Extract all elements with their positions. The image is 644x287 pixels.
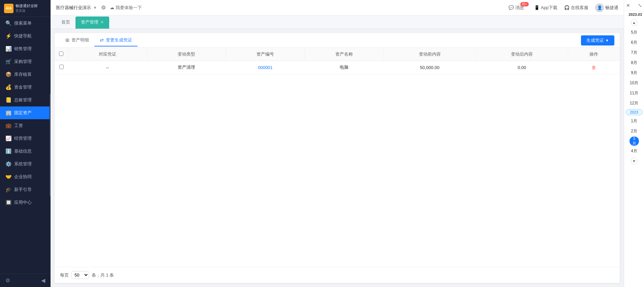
col-asset-code: 资产编号 [226,48,305,61]
panel-close-icon[interactable]: ✕ [626,3,630,8]
pagination: 每页 50 10 20 100 条，共 1 条 [55,267,620,283]
nav-icon: 📦 [5,71,11,77]
user-menu[interactable]: 👤 畅捷通 [595,3,618,12]
table-icon: ⊞ [65,37,69,43]
month-item[interactable]: 6月 [625,38,643,47]
sub-tab-asset-detail[interactable]: ⊞ 资产明细 [60,34,94,46]
per-page-label: 每页 [60,272,69,278]
data-table: 对应凭证 变动类型 资产编号 资产名称 变动前内容 变动后内容 操作 -- 资产… [55,48,620,74]
month-item[interactable]: 11月 [625,88,643,98]
col-before: 变动前内容 [384,48,476,61]
generate-voucher-button[interactable]: 生成凭证 ▼ [581,35,614,45]
sidebar-item-新手引导[interactable]: 🎓新手引导 [0,183,51,196]
main-area: 医疗器械行业演示 ▼ ⚙ ☁ 我要体验一下 💬 消息 99+ 📱 App下载 🎧… [51,0,624,287]
message-button[interactable]: 💬 消息 99+ [509,5,524,11]
nav-icon: 📊 [5,46,11,52]
sub-tab-change-voucher[interactable]: ⇄ 变更生成凭证 [94,34,137,46]
sidebar: AtA 畅捷通好业财 普及版 🔍搜索菜单⚡快捷导航📊销售管理🛒采购管理📦库存核算… [0,0,51,287]
per-page-select[interactable]: 50 10 20 100 [71,271,89,279]
tab-close-icon[interactable]: ✕ [100,20,104,25]
nav-icon: ⚙️ [5,161,11,167]
tab-home[interactable]: 首页 [56,17,75,29]
app-name: 畅捷通好业财 [16,3,38,8]
delete-icon[interactable]: 🗑 [591,65,596,70]
sidebar-item-企业协同[interactable]: 🤝企业协同 [0,170,51,183]
nav-icon: 💼 [5,123,11,129]
experience-button[interactable]: ☁ 我要体验一下 [110,5,142,11]
headset-icon: 🎧 [564,5,570,10]
nav-icon: ⚡ [5,33,11,39]
message-badge: 99+ [520,2,529,6]
company-name: 医疗器械行业演示 [56,5,91,11]
nav-icon: 🔍 [5,20,11,26]
nav-icon: 📈 [5,135,11,141]
avatar: 👤 [595,3,604,12]
tab-asset-management[interactable]: 资产管理 ✕ [75,17,109,29]
month-item[interactable]: 7月 [625,48,643,58]
scroll-up-icon[interactable]: ▲ [624,18,644,27]
year-marker[interactable]: 2023 [625,109,643,115]
month-item[interactable]: 10月 [625,78,643,88]
total-label: 条，共 1 条 [92,272,114,278]
nav-icon: 🏢 [5,110,11,116]
sub-tabs: ⊞ 资产明细 ⇄ 变更生成凭证 生成凭证 ▼ [55,33,620,48]
collapse-icon[interactable]: ◀ [41,277,45,284]
online-service-button[interactable]: 🎧 在线客服 [564,5,588,11]
panel-expand-icon[interactable]: ⤡ [638,3,642,8]
sidebar-item-应用中心[interactable]: 🔲应用中心 [0,196,51,209]
panel-header: ✕ ⤡ [624,0,644,11]
sidebar-footer: ⚙ ◀ [0,274,51,287]
sidebar-item-搜索菜单[interactable]: 🔍搜索菜单 [0,17,51,30]
message-icon: 💬 [509,5,514,10]
app-download-button[interactable]: 📱 App下载 [534,5,557,11]
month-item[interactable]: 4月 [625,146,643,156]
nav-icon: 💰 [5,84,11,90]
sidebar-item-工资[interactable]: 💼工资 [0,119,51,132]
col-asset-name: 资产名称 [305,48,384,61]
settings-icon[interactable]: ⚙ [5,277,10,284]
sidebar-item-系统管理[interactable]: ⚙️系统管理 [0,158,51,170]
month-item[interactable]: 8月 [625,58,643,68]
sidebar-logo: AtA 畅捷通好业财 普及版 [0,0,51,17]
month-item[interactable]: 1月 [625,116,643,126]
cell-after: 0.00 [476,61,568,74]
sidebar-item-经营管理[interactable]: 📈经营管理 [0,132,51,145]
phone-icon: 📱 [534,5,540,10]
sidebar-item-销售管理[interactable]: 📊销售管理 [0,42,51,55]
settings-icon[interactable]: ⚙ [101,4,106,11]
nav-icon: 🤝 [5,174,11,180]
sidebar-item-基础信息[interactable]: ℹ️基础信息 [0,145,51,158]
select-all-checkbox[interactable] [59,52,63,56]
company-selector[interactable]: 医疗器械行业演示 ▼ [56,5,97,11]
month-item[interactable]: 2月 [625,126,643,136]
logo-icon: AtA [4,4,13,13]
cell-voucher: -- [68,61,147,74]
current-month-item[interactable]: 3月 [630,136,639,146]
cell-asset-name: 电脑 [305,61,384,74]
sidebar-item-总账管理[interactable]: 📒总账管理 [0,94,51,106]
app-edition: 普及版 [16,8,38,13]
month-item[interactable]: 12月 [625,98,643,108]
tabbar: 首页 资产管理 ✕ [51,15,624,29]
month-item[interactable]: 5月 [625,28,643,37]
nav-icon: 🛒 [5,59,11,65]
sidebar-item-快捷导航[interactable]: ⚡快捷导航 [0,30,51,42]
col-change-type: 变动类型 [147,48,226,61]
data-table-wrap: 对应凭证 变动类型 资产编号 资产名称 变动前内容 变动后内容 操作 -- 资产… [55,48,620,267]
cloud-icon: ☁ [110,5,114,10]
topbar: 医疗器械行业演示 ▼ ⚙ ☁ 我要体验一下 💬 消息 99+ 📱 App下载 🎧… [51,0,624,15]
cell-change-type: 资产清理 [147,61,226,74]
sidebar-item-库存核算[interactable]: 📦库存核算 [0,68,51,81]
col-after: 变动后内容 [476,48,568,61]
sidebar-menu: 🔍搜索菜单⚡快捷导航📊销售管理🛒采购管理📦库存核算💰资金管理📒总账管理🏢固定资产… [0,17,51,274]
table-row: -- 资产清理 000001 电脑 50,000.00 0.00 🗑 [55,61,620,74]
scroll-down-icon[interactable]: ▼ [624,156,644,166]
nav-icon: ℹ️ [5,148,11,154]
sidebar-item-采购管理[interactable]: 🛒采购管理 [0,55,51,68]
sidebar-item-固定资产[interactable]: 🏢固定资产 [0,106,51,119]
year-label: 2023.03 [624,11,644,18]
row-checkbox[interactable] [59,65,64,69]
month-item[interactable]: 9月 [625,68,643,78]
sidebar-item-资金管理[interactable]: 💰资金管理 [0,81,51,94]
nav-icon: 🎓 [5,187,11,193]
